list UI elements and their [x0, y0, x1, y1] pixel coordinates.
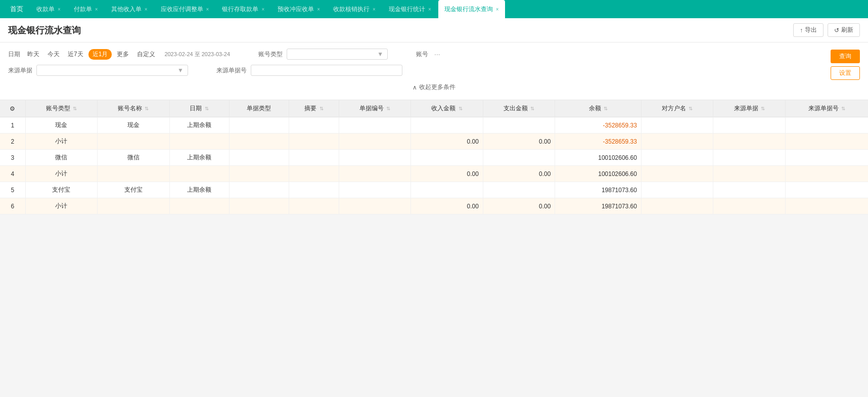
- header-actions: ↑ 导出 ↺ 刷新: [793, 23, 860, 37]
- cell-account-type: 现金: [25, 117, 98, 134]
- close-tab-1[interactable]: ×: [95, 7, 98, 12]
- account-type-filter-group: 账号类型 ▼: [258, 49, 388, 60]
- cell-doc-type: [229, 166, 289, 182]
- table-row: 4 小计 0.00 0.00 100102606.60: [0, 166, 868, 182]
- col-source-doc[interactable]: 来源单据 ⇅: [713, 100, 786, 117]
- nav-tab-2[interactable]: 其他收入单 ×: [105, 0, 154, 18]
- collapse-up-icon: ∧: [413, 84, 417, 91]
- col-doc-no[interactable]: 单据编号 ⇅: [339, 100, 411, 117]
- cell-source-doc: [713, 166, 786, 182]
- col-date[interactable]: 日期 ⇅: [169, 100, 229, 117]
- cell-doc-no: [339, 117, 411, 134]
- close-tab-7[interactable]: ×: [428, 7, 431, 12]
- table-row: 2 小计 0.00 0.00 -3528659.33: [0, 134, 868, 150]
- account-dots[interactable]: ···: [432, 50, 442, 58]
- cell-source-doc-no: [785, 166, 868, 182]
- collapse-button[interactable]: ∧ 收起更多条件: [413, 83, 455, 92]
- query-button[interactable]: 查询: [831, 50, 860, 63]
- date-btn-today[interactable]: 今天: [44, 49, 63, 60]
- cell-balance: 19871073.60: [555, 198, 642, 214]
- refresh-icon: ↺: [834, 27, 839, 34]
- nav-tab-1[interactable]: 付款单 ×: [68, 0, 104, 18]
- export-button[interactable]: ↑ 导出: [793, 23, 824, 37]
- col-doc-type[interactable]: 单据类型: [229, 100, 289, 117]
- date-btn-more[interactable]: 更多: [114, 49, 132, 60]
- data-table: ⚙ 账号类型 ⇅ 账号名称 ⇅ 日期 ⇅ 单据类型 摘要: [0, 100, 868, 214]
- col-income[interactable]: 收入金额 ⇅: [411, 100, 483, 117]
- nav-tab-6[interactable]: 收款核销执行 ×: [327, 0, 382, 18]
- source-doc-select[interactable]: ▼: [36, 65, 188, 76]
- cell-income: 0.00: [411, 166, 483, 182]
- collapse-bar: ∧ 收起更多条件: [8, 81, 860, 94]
- cell-no: 1: [0, 117, 25, 134]
- date-btn-yesterday[interactable]: 昨天: [24, 49, 42, 60]
- close-tab-6[interactable]: ×: [373, 7, 376, 12]
- cell-doc-type: [229, 150, 289, 166]
- date-btn-7days[interactable]: 近7天: [65, 49, 86, 60]
- cell-doc-no: [339, 182, 411, 198]
- nav-tab-0[interactable]: 收款单 ×: [30, 0, 67, 18]
- close-tab-2[interactable]: ×: [145, 7, 148, 12]
- nav-tab-7[interactable]: 现金银行统计 ×: [383, 0, 437, 18]
- col-gear[interactable]: ⚙: [0, 100, 25, 117]
- cell-doc-no: [339, 166, 411, 182]
- settings-button[interactable]: 设置: [831, 66, 860, 80]
- cell-source-doc-no: [785, 182, 868, 198]
- col-expense[interactable]: 支出金额 ⇅: [483, 100, 555, 117]
- col-counterpart[interactable]: 对方户名 ⇅: [641, 100, 713, 117]
- cell-doc-no: [339, 150, 411, 166]
- col-source-doc-no[interactable]: 来源单据号 ⇅: [785, 100, 868, 117]
- account-label: 账号: [416, 50, 428, 59]
- cell-source-doc: [713, 150, 786, 166]
- nav-tab-5[interactable]: 预收冲应收单 ×: [271, 0, 326, 18]
- date-btn-custom[interactable]: 自定义: [134, 49, 158, 60]
- close-tab-3[interactable]: ×: [206, 7, 209, 12]
- cell-income: [411, 150, 483, 166]
- table-row: 5 支付宝 支付宝 上期余额 19871073.60: [0, 182, 868, 198]
- cell-expense: 0.00: [483, 134, 555, 150]
- col-account-name[interactable]: 账号名称 ⇅: [98, 100, 170, 117]
- date-range: 2023-02-24 至 2023-03-24: [164, 51, 230, 58]
- cell-doc-type: [229, 117, 289, 134]
- gear-icon: ⚙: [10, 105, 15, 112]
- cell-date: [169, 134, 229, 150]
- table-container: ⚙ 账号类型 ⇅ 账号名称 ⇅ 日期 ⇅ 单据类型 摘要: [0, 100, 868, 214]
- close-tab-8[interactable]: ×: [496, 7, 499, 12]
- cell-doc-type: [229, 198, 289, 214]
- close-tab-5[interactable]: ×: [317, 7, 320, 12]
- nav-tab-8[interactable]: 现金银行流水查询 ×: [438, 0, 505, 18]
- cell-no: 5: [0, 182, 25, 198]
- sort-icon-source-doc: ⇅: [761, 106, 765, 111]
- cell-counterpart: [641, 166, 713, 182]
- cell-summary: [289, 134, 339, 150]
- refresh-button[interactable]: ↺ 刷新: [828, 23, 860, 37]
- sort-icon-date: ⇅: [205, 106, 209, 111]
- cell-date: [169, 198, 229, 214]
- page-title: 现金银行流水查询: [8, 24, 81, 36]
- cell-doc-no: [339, 198, 411, 214]
- cell-source-doc-no: [785, 150, 868, 166]
- cell-balance: 100102606.60: [555, 166, 642, 182]
- col-summary[interactable]: 摘要 ⇅: [289, 100, 339, 117]
- sort-icon-expense: ⇅: [530, 106, 534, 111]
- cell-expense: 0.00: [483, 198, 555, 214]
- close-tab-0[interactable]: ×: [58, 7, 61, 12]
- cell-source-doc: [713, 117, 786, 134]
- sort-icon-counterpart: ⇅: [689, 106, 693, 111]
- cell-summary: [289, 150, 339, 166]
- nav-tab-3[interactable]: 应收应付调整单 ×: [155, 0, 215, 18]
- nav-tab-4[interactable]: 银行存取款单 ×: [216, 0, 270, 18]
- account-filter-group: 账号 ···: [416, 50, 442, 59]
- table-header-row: ⚙ 账号类型 ⇅ 账号名称 ⇅ 日期 ⇅ 单据类型 摘要: [0, 100, 868, 117]
- date-filter-group: 日期 昨天 今天 近7天 近1月 更多 自定义 2023-02-24 至 202…: [8, 49, 230, 60]
- col-balance[interactable]: 余额 ⇅: [555, 100, 642, 117]
- cell-balance: -3528659.33: [555, 117, 642, 134]
- close-tab-4[interactable]: ×: [261, 7, 264, 12]
- account-type-select[interactable]: ▼: [287, 49, 388, 60]
- cell-expense: 0.00: [483, 166, 555, 182]
- source-doc-no-input[interactable]: [251, 65, 402, 76]
- nav-home[interactable]: 首页: [4, 0, 29, 18]
- date-btn-1month[interactable]: 近1月: [88, 49, 112, 60]
- cell-summary: [289, 182, 339, 198]
- col-account-type[interactable]: 账号类型 ⇅: [25, 100, 98, 117]
